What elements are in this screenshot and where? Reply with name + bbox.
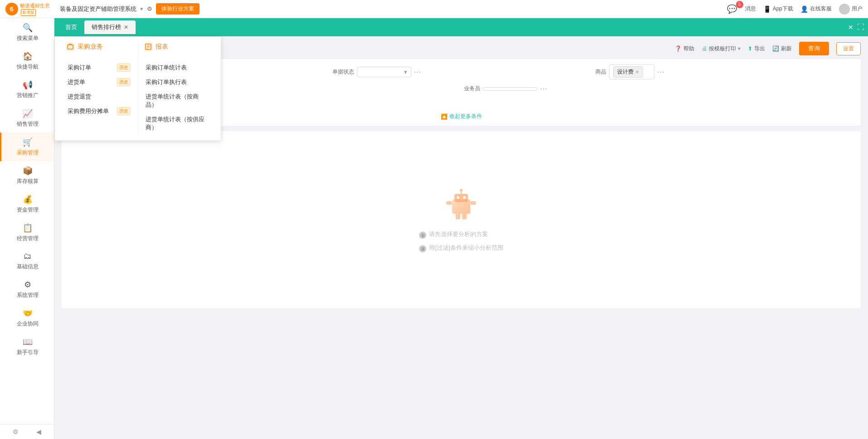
return-label: 进货退货 <box>68 93 91 101</box>
menu-item-incoming-stats-goods[interactable]: 进货单统计表（按商品） <box>144 89 210 112</box>
report-title: 报表 <box>156 43 168 51</box>
cost-allocation-label: 采购费用分摊单 <box>68 107 109 115</box>
incoming-stats-goods-label: 进货单统计表（按商品） <box>146 93 209 109</box>
order-execution-label: 采购订单执行表 <box>146 78 187 86</box>
business-title: 采购业务 <box>78 43 103 51</box>
business-col-title: 采购业务 <box>66 42 132 55</box>
menu-item-incoming[interactable]: 进货单 历史 <box>66 75 132 89</box>
dropdown-columns: 采购业务 采购订单 历史 进货单 历史 进货退货 采购费用分摊单 历史 <box>60 42 215 135</box>
incoming-stats-supplier-label: 进货单统计表（按供应商） <box>146 115 209 132</box>
business-col: 采购业务 采购订单 历史 进货单 历史 进货退货 采购费用分摊单 历史 <box>60 42 138 135</box>
business-icon <box>66 42 75 51</box>
menu-item-purchase-order[interactable]: 采购订单 历史 <box>66 60 132 75</box>
report-icon <box>144 42 153 51</box>
svg-rect-10 <box>68 45 73 49</box>
incoming-history-badge: 历史 <box>117 78 131 86</box>
report-col: 报表 采购订单统计表 采购订单执行表 进货单统计表（按商品） 进货单统计表（按供… <box>138 42 216 135</box>
menu-item-order-execution[interactable]: 采购订单执行表 <box>144 75 210 89</box>
purchase-dropdown-menu: 采购业务 采购订单 历史 进货单 历史 进货退货 采购费用分摊单 历史 <box>54 36 221 141</box>
purchase-order-label: 采购订单 <box>68 64 91 72</box>
menu-item-incoming-stats-supplier[interactable]: 进货单统计表（按供应商） <box>144 112 210 135</box>
menu-item-cost-allocation[interactable]: 采购费用分摊单 历史 <box>66 104 132 118</box>
menu-item-order-stats[interactable]: 采购订单统计表 <box>144 60 210 75</box>
cost-allocation-history-badge: 历史 <box>117 107 131 115</box>
menu-item-return[interactable]: 进货退货 <box>66 89 132 104</box>
report-col-title: 报表 <box>144 42 210 55</box>
order-stats-label: 采购订单统计表 <box>146 64 187 72</box>
purchase-order-history-badge: 历史 <box>117 64 131 72</box>
incoming-label: 进货单 <box>68 78 85 86</box>
